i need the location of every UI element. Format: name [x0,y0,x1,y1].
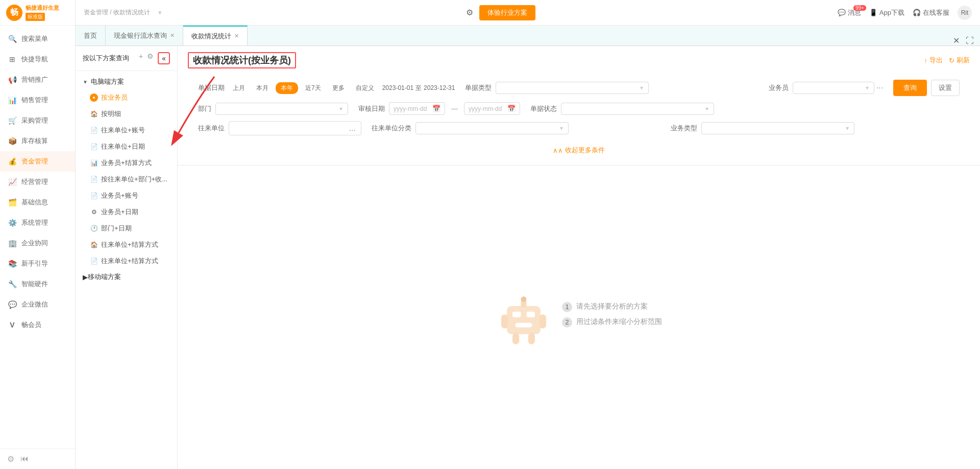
audit-date-end[interactable]: yyyy-mm-dd 📅 [464,102,520,115]
sidebar-item-system[interactable]: ⚙️ 系统管理 [0,213,75,233]
scheme-item-staff-account[interactable]: 📄 业务员+账号 [76,187,177,204]
operation-icon: 📈 [7,177,17,187]
partner-select[interactable]: ... [229,121,361,135]
sidebar-item-sales[interactable]: 📊 销售管理 [0,90,75,110]
sidebar-item-basic[interactable]: 🗂️ 基础信息 [0,192,75,213]
scheme-item-partner-settle2[interactable]: 📄 往来单位+结算方式 [76,253,177,269]
business-type-filter: 业务类型 ▾ [671,122,960,134]
sidebar-item-hardware[interactable]: 🔧 智能硬件 [0,274,75,294]
page-body: 按以下方案查询 + ⚙ « ▼ 电脑端方案 ● 按业务员 [76,46,980,469]
audit-date-filter: 审核日期 yyyy-mm-dd 📅 — yyyy-mm-dd 📅 [358,102,520,115]
scheme-item-partner-settle1[interactable]: 🏠 往来单位+结算方式 [76,237,177,253]
sidebar-item-operation[interactable]: 📈 经营管理 [0,172,75,192]
sidebar-item-finance[interactable]: 💰 资金管理 [0,151,75,172]
business-type-select[interactable]: ▾ [701,122,854,134]
staff-more-icon[interactable]: ··· [876,83,883,92]
wechat-icon: 💬 [7,299,17,310]
logo-icon: 畅 [6,5,22,21]
date-btn-last-7[interactable]: 近7天 [301,82,325,94]
partner-dots-icon[interactable]: ... [349,124,356,133]
page-title-row: 收款情况统计(按业务员) ↑ 导出 ↻ 刷新 [188,52,970,68]
footer-settings-icon[interactable]: ⚙ [7,454,14,464]
date-range: 2023-01-01 至 2023-12-31 [382,84,455,92]
right-panel: 收款情况统计(按业务员) ↑ 导出 ↻ 刷新 [178,46,980,469]
tab-close-all-icon[interactable]: ✕ [953,36,960,45]
collapse-panel-button[interactable]: « [158,52,170,64]
table-scheme-icon4: 📄 [90,192,98,200]
date-selector: 上月 本月 本年 近7天 更多 自定义 [229,82,378,94]
tab-expand-icon[interactable]: ⛶ [966,36,974,45]
edition-badge: 标准版 [26,13,45,21]
app-download-button[interactable]: 📱 App下载 [869,8,904,17]
scheme-active-icon: ● [90,93,98,102]
query-buttons: 查询 设置 [893,80,960,96]
sidebar-item-quicknav[interactable]: ⊞ 快捷导航 [0,49,75,69]
sidebar-item-marketing[interactable]: 📢 营销推广 [0,69,75,90]
scheme-item-by-staff[interactable]: ● 按业务员 [76,89,177,106]
voucher-type-select[interactable]: ▾ [496,82,649,94]
marketing-icon: 📢 [7,75,17,85]
date-btn-more[interactable]: 更多 [328,82,349,94]
topbar: 资金管理 / 收款情况统计 ▾ ⚙ 体验行业方案 💬 消息 99+ 📱 App下… [76,0,980,26]
online-service-button[interactable]: 🎧 在线客服 [913,8,949,17]
staff-select[interactable]: ▾ [793,82,874,94]
empty-tip-2: 2 用过滤条件来缩小分析范围 [562,317,662,327]
message-button[interactable]: 💬 消息 99+ [838,8,861,17]
logo-text: 畅捷通好生意 [26,4,59,12]
sidebar-item-enterprise[interactable]: 🏢 企业协同 [0,233,75,253]
left-panel: 按以下方案查询 + ⚙ « ▼ 电脑端方案 ● 按业务员 [76,46,178,469]
empty-content: 1 请先选择要分析的方案 2 用过滤条件来缩小分析范围 [496,289,662,345]
export-button[interactable]: ↑ 导出 [924,56,943,65]
partner-category-filter: 往来单位分类 ▾ [372,122,660,134]
scheme-item-staff-date[interactable]: ⚙ 业务员+日期 [76,204,177,220]
date-btn-last-month[interactable]: 上月 [229,82,249,94]
sidebar-item-member[interactable]: V 畅会员 [0,315,75,335]
desktop-scheme-header[interactable]: ▼ 电脑端方案 [76,74,177,89]
scheme-item-by-detail[interactable]: 🏠 按明细 [76,106,177,122]
sidebar-item-inventory[interactable]: 📦 库存核算 [0,131,75,151]
scheme-item-staff-settle[interactable]: 📊 业务员+结算方式 [76,155,177,171]
voucher-status-select[interactable]: ▾ [561,103,714,115]
svg-rect-6 [501,315,508,329]
sidebar: 畅 畅捷通好生意 标准版 🔍 搜索菜单 ⊞ 快捷导航 📢 营销推广 📊 销售管理… [0,0,76,469]
date-btn-this-year[interactable]: 本年 [276,82,298,94]
footer-collapse-icon[interactable]: ⏮ [20,454,29,464]
left-panel-header: 按以下方案查询 + ⚙ « [76,46,177,71]
basic-icon: 🗂️ [7,197,17,207]
audit-date-start[interactable]: yyyy-mm-dd 📅 [389,102,445,115]
refresh-button[interactable]: ↻ 刷新 [949,56,970,65]
sidebar-item-purchase[interactable]: 🛒 采购管理 [0,110,75,131]
table-scheme-icon3: 📄 [90,175,98,183]
scheme-item-partner-dept[interactable]: 📄 按往来单位+部门+收... [76,171,177,187]
collapse-bar[interactable]: ∧∧ 收起更多条件 [198,142,960,159]
tab-bank[interactable]: 现金银行流水查询 ✕ [106,26,183,45]
sidebar-item-guide[interactable]: 📚 新手引导 [0,253,75,274]
date-btn-this-month[interactable]: 本月 [252,82,273,94]
sidebar-item-wechat[interactable]: 💬 企业微信 [0,294,75,315]
mobile-scheme-header[interactable]: ▶ 移动端方案 [76,269,177,285]
dept-select[interactable]: ▾ [215,103,348,115]
tab-home[interactable]: 首页 [76,26,106,45]
date-btn-custom[interactable]: 自定义 [352,82,378,94]
query-button[interactable]: 查询 [893,80,927,96]
scheme-item-partner-account[interactable]: 📄 往来单位+账号 [76,122,177,138]
topbar-gear-icon[interactable]: ⚙ [466,8,473,17]
gear-scheme-icon: ⚙ [90,208,98,216]
arrow-down-icon: ▼ [83,79,88,85]
trial-button[interactable]: 体验行业方案 [479,5,535,20]
tab-collection[interactable]: 收款情况统计 ✕ [183,26,248,45]
filter-row-2: 部门 ▾ 审核日期 yyyy-mm-dd 📅 [198,102,960,115]
partner-category-select[interactable]: ▾ [415,122,569,134]
tab-collection-close-icon[interactable]: ✕ [234,33,239,39]
filter-row-1: 单据日期 上月 本月 本年 近7天 更多 自定义 2023-01-01 [198,80,960,96]
user-avatar[interactable]: Rit [958,6,972,20]
date-sep: 至 [415,84,422,92]
tab-bank-close-icon[interactable]: ✕ [170,32,175,39]
add-scheme-button[interactable]: + [139,52,143,64]
sidebar-item-search[interactable]: 🔍 搜索菜单 [0,29,75,49]
scheme-item-partner-date[interactable]: 📄 往来单位+日期 [76,138,177,155]
scheme-settings-icon[interactable]: ⚙ [147,52,154,64]
scheme-item-dept-date[interactable]: 🕐 部门+日期 [76,220,177,237]
setting-button[interactable]: 设置 [931,80,960,96]
business-type-arrow: ▾ [846,125,849,132]
